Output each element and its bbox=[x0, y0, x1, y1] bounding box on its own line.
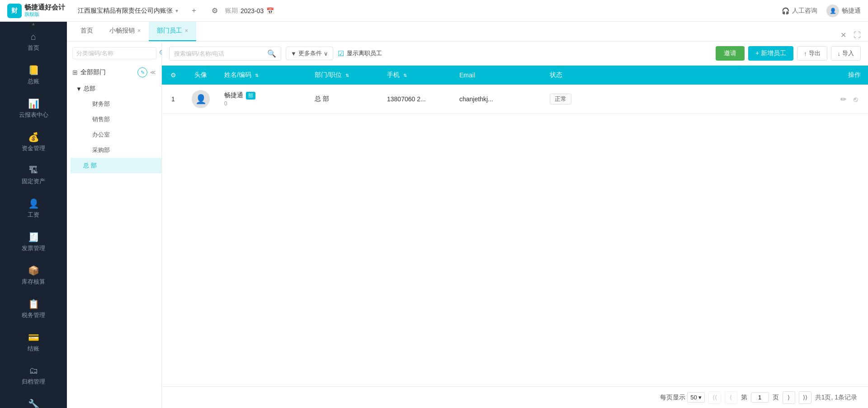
sidebar-item-inventory[interactable]: 📦 库存核算 bbox=[0, 259, 67, 292]
page-content: 🔍 ⊞ 全部部门 ✎ ≪ ▼ 总部 bbox=[67, 42, 868, 408]
name-sort-icon: ⇅ bbox=[255, 73, 259, 78]
dept-item-purchase[interactable]: 采购部 bbox=[80, 142, 161, 158]
sidebar-label-ledger: 总账 bbox=[28, 77, 39, 85]
tab-employee-label: 部门员工 bbox=[157, 27, 182, 35]
sidebar-item-invoice[interactable]: 🧾 发票管理 bbox=[0, 225, 67, 259]
status-badge: 正常 bbox=[550, 94, 571, 104]
calendar-icon[interactable]: 📅 bbox=[266, 7, 274, 14]
sidebar-label-reports: 云报表中心 bbox=[19, 111, 48, 119]
sidebar-item-checkout[interactable]: 💳 结账 bbox=[0, 326, 67, 359]
all-depts-header[interactable]: ⊞ 全部部门 ✎ ≪ bbox=[67, 64, 161, 81]
all-depts-label: 全部部门 bbox=[80, 68, 135, 76]
dept-head-label: 总部 bbox=[84, 85, 95, 93]
sidebar-item-fixed-assets[interactable]: 🏗 固定资产 bbox=[0, 159, 67, 192]
dept-item-office[interactable]: 办公室 bbox=[80, 127, 161, 142]
filter-icon: ▼ bbox=[291, 50, 297, 57]
col-header-dept[interactable]: 部门/职位 ⇅ bbox=[307, 66, 380, 85]
expand-icon: ▼ bbox=[76, 85, 82, 92]
dept-item-general[interactable]: 总 部 bbox=[71, 158, 161, 173]
sidebar-item-salary[interactable]: 👤 工资 bbox=[0, 192, 67, 225]
top-actions: ＋ ⚙ bbox=[187, 4, 222, 18]
user-name: 畅捷通 bbox=[842, 7, 861, 15]
add-tab-button[interactable]: ＋ bbox=[187, 4, 201, 18]
dept-search-area: 🔍 bbox=[67, 47, 161, 64]
dept-head-expand[interactable]: ▼ 总部 bbox=[71, 81, 161, 96]
tab-expense[interactable]: 小畅报销 × bbox=[101, 22, 149, 41]
page-next-button[interactable]: ⟩ bbox=[783, 391, 795, 404]
export-button[interactable]: ↑ 导出 bbox=[797, 46, 827, 61]
sidebar-item-tax[interactable]: 📋 税务管理 bbox=[0, 292, 67, 326]
company-dropdown-icon: ▾ bbox=[175, 8, 178, 14]
window-maximize-button[interactable]: ⛶ bbox=[852, 29, 863, 41]
dept-tree: ⊞ 全部部门 ✎ ≪ ▼ 总部 财务部 bbox=[67, 64, 161, 403]
tab-home[interactable]: 首页 bbox=[72, 22, 101, 41]
tax-icon: 📋 bbox=[28, 299, 39, 309]
col-header-settings[interactable]: ⚙ bbox=[162, 66, 184, 85]
tab-employee-close[interactable]: × bbox=[185, 28, 188, 34]
emp-table: ⚙ 头像 姓名/编码 ⇅ 部门/职位 bbox=[162, 66, 868, 386]
emp-pagination: 每页显示 50 ▾ ⟨⟨ ⟨ 第 页 ⟩ ⟩⟩ 共1页, 1条记录 bbox=[162, 386, 868, 408]
add-employee-button[interactable]: + 新增员工 bbox=[748, 46, 793, 61]
page-last-button[interactable]: ⟩⟩ bbox=[799, 391, 811, 404]
dept-collapse-icon[interactable]: ≪ bbox=[150, 69, 156, 76]
col-header-name[interactable]: 姓名/编码 ⇅ bbox=[217, 66, 307, 85]
sidebar-item-expense[interactable]: 🔧 小畅报销 bbox=[0, 392, 67, 408]
sidebar-item-reports[interactable]: 📊 云报表中心 bbox=[0, 92, 67, 125]
dept-office-label: 办公室 bbox=[92, 131, 110, 139]
grid-icon: ⊞ bbox=[72, 69, 78, 76]
filter-button[interactable]: ▼ 更多条件 ∨ bbox=[286, 47, 333, 60]
consultant-button[interactable]: 🎧 人工咨询 bbox=[782, 7, 817, 15]
user-info[interactable]: 👤 畅捷通 bbox=[826, 5, 861, 17]
sidebar-label-capital: 资金管理 bbox=[22, 144, 45, 152]
import-button[interactable]: ↓ 导入 bbox=[831, 46, 861, 61]
dept-general-label: 总 部 bbox=[83, 161, 97, 170]
tab-employee[interactable]: 部门员工 × bbox=[149, 22, 196, 41]
tab-expense-close[interactable]: × bbox=[137, 28, 141, 34]
show-resigned-label[interactable]: ☑ 显示离职员工 bbox=[338, 49, 382, 58]
page-first-button[interactable]: ⟨⟨ bbox=[708, 391, 721, 404]
invite-button[interactable]: 邀请 bbox=[716, 46, 745, 61]
table-header-row: ⚙ 头像 姓名/编码 ⇅ 部门/职位 bbox=[162, 66, 868, 85]
settings-button[interactable]: ⚙ bbox=[208, 4, 222, 18]
main-layout: ▲ ⌂ 首页 📒 总账 📊 云报表中心 💰 资金管理 🏗 固定资产 👤 工资 🧾 bbox=[0, 22, 868, 408]
dept-group-head: ▼ 总部 财务部 销售部 办公室 bbox=[67, 81, 161, 173]
page-input[interactable] bbox=[751, 392, 769, 403]
dept-item-sales[interactable]: 销售部 bbox=[80, 112, 161, 127]
sidebar-label-checkout: 结账 bbox=[28, 345, 39, 353]
col-header-phone[interactable]: 手机 ⇅ bbox=[380, 66, 452, 85]
sidebar-item-home[interactable]: ⌂ 首页 bbox=[0, 25, 67, 58]
company-selector[interactable]: 江西服宝精品有限责任公司内账张 ▾ bbox=[74, 7, 182, 15]
logo-text-block: 畅捷通好会计 旗舰版 bbox=[24, 4, 65, 18]
sidebar-item-ledger[interactable]: 📒 总账 bbox=[0, 58, 67, 92]
sidebar-label-fixed-assets: 固定资产 bbox=[22, 177, 45, 185]
window-close-button[interactable]: ✕ bbox=[839, 29, 848, 41]
dept-edit-button[interactable]: ✎ bbox=[137, 67, 147, 77]
home-icon: ⌂ bbox=[31, 32, 36, 42]
page-total: 共1页, 1条记录 bbox=[815, 394, 857, 402]
headset-icon: 🎧 bbox=[782, 7, 789, 14]
sidebar-item-archive[interactable]: 🗂 归档管理 bbox=[0, 359, 67, 392]
page-label: 页 bbox=[773, 394, 779, 402]
page-label-pre: 第 bbox=[741, 394, 747, 402]
page-size-arrow: ▾ bbox=[698, 394, 702, 401]
emp-search-icon[interactable]: 🔍 bbox=[267, 49, 276, 58]
sidebar-scroll-up[interactable]: ▲ bbox=[0, 22, 67, 25]
logout-employee-button[interactable]: ⎋ bbox=[851, 95, 861, 104]
tab-home-label: 首页 bbox=[80, 27, 93, 35]
cell-name: 畅捷通 部 0 bbox=[217, 85, 307, 114]
import-label: 导入 bbox=[842, 49, 854, 57]
sidebar-label-salary: 工资 bbox=[28, 211, 39, 219]
page-prev-button[interactable]: ⟨ bbox=[725, 391, 737, 404]
dept-item-finance[interactable]: 财务部 bbox=[80, 96, 161, 112]
edit-employee-button[interactable]: ✏ bbox=[838, 94, 849, 104]
cell-avatar: 👤 bbox=[184, 85, 217, 114]
period-label: 账期 bbox=[225, 7, 238, 15]
cell-actions: ✏ ⎋ bbox=[610, 85, 868, 114]
page-size-select[interactable]: 50 ▾ bbox=[687, 392, 704, 403]
emp-search-input[interactable] bbox=[174, 50, 264, 57]
sidebar-item-capital[interactable]: 💰 资金管理 bbox=[0, 125, 67, 159]
dept-search-input[interactable] bbox=[72, 47, 156, 59]
ledger-icon: 📒 bbox=[28, 65, 39, 76]
salary-icon: 👤 bbox=[28, 198, 39, 209]
page-size-value: 50 bbox=[690, 394, 697, 401]
